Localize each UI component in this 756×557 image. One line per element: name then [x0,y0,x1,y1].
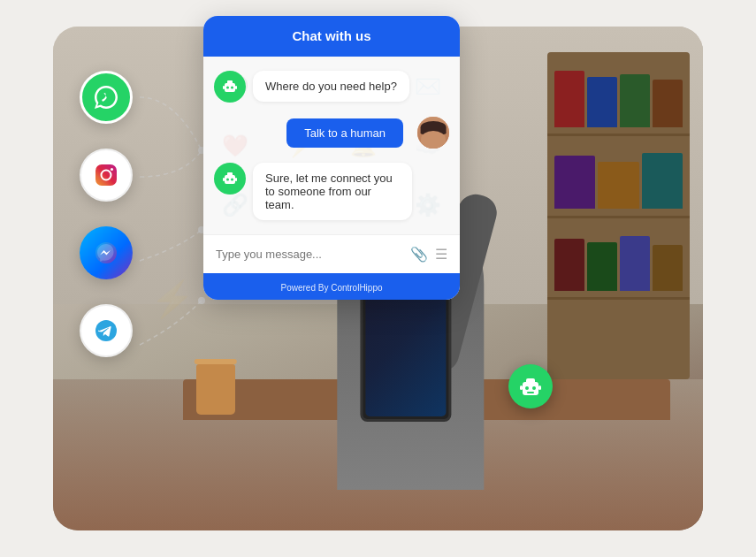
talk-to-human-button[interactable]: Talk to a human [286,118,403,148]
floating-bot-button[interactable] [508,364,553,408]
bot-icon [221,78,239,95]
bot-message-1: Where do you need help? [214,71,449,103]
floating-bot-icon [518,374,543,399]
attachment-icon[interactable]: 📎 [410,246,428,263]
svg-point-6 [111,168,113,171]
svg-rect-27 [527,392,534,393]
svg-point-12 [231,87,233,89]
chat-body: 💬 📱 📞 ✉️ ❤️ ⚡ 🔔 ☁️ 🔗 🔍 👤 ⚙️ [203,57,460,234]
svg-rect-20 [235,178,237,181]
chat-widget: Chat with us 💬 📱 📞 ✉️ ❤️ ⚡ 🔔 ☁️ 🔗 🔍 👤 ⚙️ [203,16,460,300]
svg-rect-26 [538,385,541,390]
svg-point-23 [525,386,529,390]
svg-point-24 [532,386,536,390]
user-face [417,117,449,149]
svg-rect-14 [235,86,237,89]
chat-header: Chat with us [203,16,460,57]
user-avatar [417,117,449,149]
menu-icon[interactable]: ☰ [435,246,447,263]
bot-avatar-1 [214,71,246,103]
svg-rect-15 [225,175,235,184]
svg-rect-3 [95,164,117,186]
bot-message-text-1: Where do you need help? [265,80,397,93]
svg-point-18 [231,179,233,181]
social-icons-column [80,71,133,357]
svg-rect-10 [227,80,233,84]
telegram-icon[interactable] [80,304,133,357]
bot-message-2: Sure, let me connect you to someone from… [214,163,449,220]
input-icons: 📎 ☰ [410,246,447,263]
svg-rect-16 [227,172,233,176]
powered-by-text: Powered By ControlHippo [280,283,382,293]
chat-input-area: 📎 ☰ [203,234,460,273]
svg-rect-22 [526,378,535,384]
instagram-icon[interactable] [80,149,133,202]
bot-message-bubble-2: Sure, let me connect you to someone from… [253,163,412,220]
bot-message-text-2: Sure, let me connect you to someone from… [265,172,393,211]
svg-rect-19 [223,178,225,181]
chat-header-title: Chat with us [292,28,370,43]
svg-point-17 [226,179,229,181]
svg-point-2 [198,297,205,304]
svg-rect-9 [225,83,235,92]
message-input[interactable] [216,248,401,261]
svg-rect-13 [223,86,225,89]
user-message-row: Talk to a human [214,117,449,149]
messenger-icon[interactable] [80,226,133,279]
whatsapp-icon[interactable] [80,71,133,124]
bot-avatar-2 [214,163,246,195]
svg-rect-25 [520,385,523,390]
scene: ☁ ⚡ 🔔 [0,0,756,557]
chat-footer: Powered By ControlHippo [203,273,460,300]
svg-point-11 [226,87,229,89]
bot-icon-2 [221,170,239,187]
bot-message-bubble-1: Where do you need help? [253,71,409,102]
